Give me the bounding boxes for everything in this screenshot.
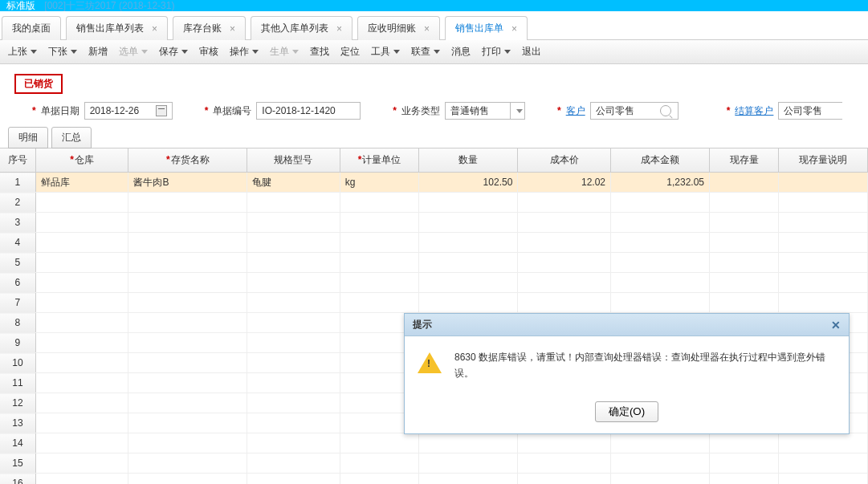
cell[interactable]	[779, 293, 868, 313]
cell[interactable]	[340, 474, 418, 485]
cell[interactable]	[710, 253, 779, 273]
close-icon[interactable]: ×	[336, 23, 342, 35]
cell[interactable]: 16	[0, 474, 35, 485]
tab-应收明细账[interactable]: 应收明细账×	[357, 16, 440, 40]
cell[interactable]	[35, 293, 128, 313]
cell[interactable]	[419, 273, 518, 293]
ok-button[interactable]: 确定(O)	[595, 401, 658, 422]
cell[interactable]	[779, 253, 868, 273]
tab-我的桌面[interactable]: 我的桌面	[2, 16, 61, 40]
cell[interactable]: 8	[0, 313, 35, 333]
cell[interactable]	[128, 393, 247, 413]
cell[interactable]: 13	[0, 413, 35, 433]
cell[interactable]	[779, 233, 868, 253]
cell[interactable]	[35, 453, 128, 474]
cell[interactable]: 1	[0, 173, 35, 193]
cell[interactable]: 15	[0, 453, 35, 474]
cell[interactable]: 12	[0, 393, 35, 413]
cell[interactable]	[247, 413, 340, 433]
cell[interactable]	[419, 253, 518, 273]
cell[interactable]: 鲜品库	[35, 173, 128, 193]
cell[interactable]	[419, 293, 518, 313]
col-header[interactable]: 现存量说明	[779, 148, 868, 173]
cell[interactable]	[710, 293, 779, 313]
cell[interactable]	[128, 433, 247, 453]
cell[interactable]	[610, 193, 709, 213]
cell[interactable]	[779, 273, 868, 293]
toolbar-下张[interactable]: 下张	[48, 45, 77, 59]
close-icon[interactable]: ✕	[831, 319, 841, 331]
cell[interactable]	[35, 333, 128, 353]
toolbar-新增[interactable]: 新增	[88, 45, 108, 59]
cell[interactable]	[247, 313, 340, 333]
toolbar-上张[interactable]: 上张	[8, 45, 37, 59]
chevron-down-icon[interactable]	[510, 103, 524, 119]
cell[interactable]	[419, 213, 518, 233]
cell[interactable]	[518, 253, 611, 273]
sub-tab-明细[interactable]: 明细	[8, 127, 48, 148]
cell[interactable]	[518, 273, 611, 293]
cell[interactable]	[340, 293, 418, 313]
close-icon[interactable]: ×	[152, 23, 157, 35]
cell[interactable]	[35, 474, 128, 485]
customer-label[interactable]: 客户	[566, 104, 585, 118]
cell[interactable]	[35, 373, 128, 393]
cell[interactable]	[247, 474, 340, 485]
cell[interactable]	[518, 193, 611, 213]
toolbar-审核[interactable]: 审核	[199, 45, 218, 59]
cell[interactable]	[247, 273, 340, 293]
code-input[interactable]: IO-2018-12-1420	[256, 102, 361, 120]
cell[interactable]	[518, 213, 611, 233]
sub-tab-汇总[interactable]: 汇总	[51, 127, 92, 148]
cell[interactable]	[779, 474, 868, 485]
toolbar-工具[interactable]: 工具	[371, 45, 400, 59]
tab-销售出库单[interactable]: 销售出库单×	[445, 16, 528, 40]
table-row[interactable]: 7	[0, 293, 868, 313]
cell[interactable]	[610, 293, 709, 313]
cell[interactable]	[518, 433, 611, 453]
cell[interactable]	[247, 353, 340, 373]
cell[interactable]	[419, 433, 518, 453]
cell[interactable]	[779, 213, 868, 233]
table-row[interactable]: 1鲜品库酱牛肉B龟腱kg102.5012.021,232.05	[0, 173, 868, 193]
toolbar-联查[interactable]: 联查	[411, 45, 440, 59]
cell[interactable]	[35, 393, 128, 413]
cell[interactable]	[710, 474, 779, 485]
cell[interactable]	[610, 453, 709, 474]
cell[interactable]	[710, 233, 779, 253]
cell[interactable]	[35, 213, 128, 233]
cell[interactable]: 5	[0, 253, 35, 273]
col-header[interactable]: 成本价	[518, 148, 611, 173]
cell[interactable]	[779, 173, 868, 193]
close-icon[interactable]: ×	[511, 23, 517, 35]
cell[interactable]	[247, 433, 340, 453]
biz-select[interactable]: 普通销售	[445, 102, 525, 120]
toolbar-退出[interactable]: 退出	[522, 45, 541, 59]
cell[interactable]	[340, 233, 418, 253]
cell[interactable]	[247, 193, 340, 213]
cell[interactable]	[128, 193, 247, 213]
cell[interactable]	[128, 233, 247, 253]
settle-label[interactable]: 结算客户	[735, 104, 773, 118]
cell[interactable]	[419, 453, 518, 474]
cell[interactable]	[247, 293, 340, 313]
cell[interactable]	[419, 233, 518, 253]
cell[interactable]	[710, 433, 779, 453]
cell[interactable]	[128, 253, 247, 273]
cell[interactable]	[340, 193, 418, 213]
cell[interactable]: 9	[0, 333, 35, 353]
cell[interactable]	[247, 373, 340, 393]
cell[interactable]	[610, 273, 709, 293]
col-header[interactable]: 规格型号	[247, 148, 340, 173]
cell[interactable]	[247, 333, 340, 353]
col-header[interactable]: *计量单位	[340, 148, 418, 173]
cell[interactable]: 4	[0, 233, 35, 253]
cell[interactable]	[128, 474, 247, 485]
cell[interactable]: 12.02	[518, 173, 611, 193]
tab-其他入库单列表[interactable]: 其他入库单列表×	[251, 16, 352, 40]
close-icon[interactable]: ×	[230, 23, 235, 35]
cell[interactable]	[710, 193, 779, 213]
table-row[interactable]: 15	[0, 453, 868, 474]
toolbar-操作[interactable]: 操作	[230, 45, 259, 59]
close-icon[interactable]: ×	[424, 23, 430, 35]
